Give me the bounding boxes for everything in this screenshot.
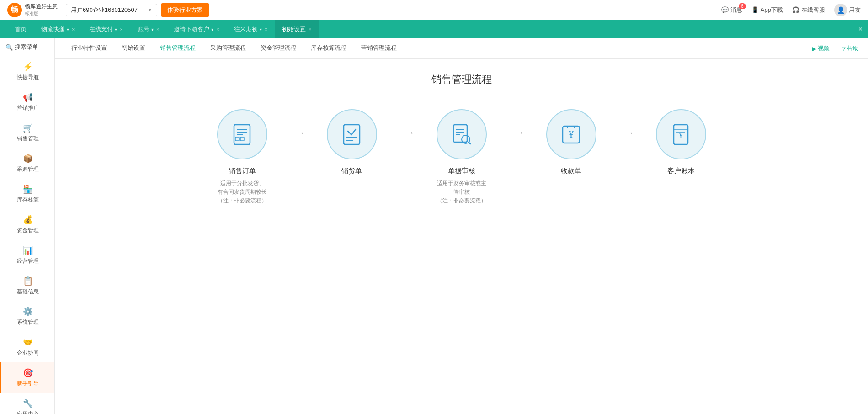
chevron-down-icon: ▾: [151, 27, 154, 32]
svg-text:¥: ¥: [679, 131, 683, 140]
video-icon: ▶: [812, 45, 816, 52]
nav-tab-payment[interactable]: 在线支付 ▾ ×: [82, 20, 130, 38]
step-name-audit: 单据审核: [448, 167, 475, 175]
nav-tab-initial-setup[interactable]: 初始设置 ×: [275, 20, 319, 38]
nav-tab-period[interactable]: 往来期初 ▾ ×: [227, 20, 275, 38]
flow-arrow-2: - - →: [393, 109, 421, 138]
headset-icon: 🎧: [792, 6, 799, 13]
flow-arrow-3: - - →: [503, 109, 530, 138]
svg-rect-5: [240, 137, 244, 141]
nav-tab-logistics[interactable]: 物流快递 ▾ ×: [34, 20, 82, 38]
inventory-icon: 🏪: [23, 184, 33, 194]
newbie-icon: 🎯: [23, 368, 33, 378]
sub-tabs-actions: ▶ 视频 | ? 帮助: [812, 44, 859, 53]
sidebar-item-inventory[interactable]: 🏪 库存核算: [0, 179, 54, 209]
user-selector[interactable]: 用户690企业1660120507 ▼: [66, 4, 157, 16]
system-icon: ⚙️: [23, 307, 33, 317]
chevron-down-icon: ▾: [67, 27, 69, 32]
step-name-sales-invoice: 销货单: [341, 167, 362, 175]
search-icon: 🔍: [5, 44, 13, 51]
message-button[interactable]: 💬 消息 6: [721, 6, 742, 14]
step-name-ledger: 客户账本: [667, 167, 695, 175]
sub-tab-industry[interactable]: 行业特性设置: [64, 38, 114, 58]
logo-area: 畅 畅库通好生意 标准版: [7, 3, 62, 17]
sub-tab-inventory-flow[interactable]: 库存核算流程: [304, 38, 354, 58]
purchase-icon: 📦: [23, 154, 33, 164]
tab-close-icon[interactable]: ×: [216, 27, 219, 32]
avatar: 👤: [834, 4, 847, 16]
step-name-receipt: 收款单: [561, 167, 581, 175]
flow-step-ledger[interactable]: ¥ 客户账本: [640, 109, 722, 179]
help-link[interactable]: ? 帮助: [842, 44, 859, 53]
sidebar-item-finance[interactable]: 💰 资金管理: [0, 209, 54, 240]
logo-icon: 畅: [7, 3, 22, 17]
nav-tab-account[interactable]: 账号 ▾ ×: [130, 20, 166, 38]
sub-tab-sales-flow[interactable]: 销售管理流程: [153, 38, 203, 58]
message-icon: 💬: [721, 6, 729, 13]
sidebar-item-enterprise[interactable]: 🤝 企业协同: [0, 332, 54, 362]
sidebar-item-quick-nav[interactable]: ⚡ 快捷导航: [0, 56, 54, 87]
sub-tab-initial[interactable]: 初始设置: [114, 38, 153, 58]
sidebar-item-basic-info[interactable]: 📋 基础信息: [0, 271, 54, 301]
message-badge: 6: [739, 3, 746, 9]
help-icon: ?: [842, 45, 846, 52]
flow-circle-ledger: ¥: [656, 109, 706, 159]
flow-content: 销售管理流程 销售订单 适用于: [55, 59, 868, 414]
header-left: 畅 畅库通好生意 标准版 用户690企业1660120507 ▼ 体验行业方案: [7, 3, 209, 17]
svg-rect-9: [453, 125, 467, 142]
logo-text: 畅库通好生意 标准版: [25, 3, 58, 16]
header-right: 💬 消息 6 📱 App下载 🎧 在线客服 👤 用友: [721, 4, 861, 16]
sub-tab-purchase-flow[interactable]: 采购管理流程: [203, 38, 253, 58]
marketing-icon: 📢: [23, 92, 33, 102]
basic-info-icon: 📋: [23, 276, 33, 286]
sub-tab-finance-flow[interactable]: 资金管理流程: [253, 38, 304, 58]
flow-step-sales-invoice[interactable]: 销货单: [311, 109, 393, 179]
app-download-button[interactable]: 📱 App下载: [751, 6, 783, 14]
tab-close-icon[interactable]: ×: [120, 27, 122, 32]
flow-arrow-4: - - →: [612, 109, 640, 138]
flow-circle-sales-order: [217, 109, 267, 159]
experience-button[interactable]: 体验行业方案: [161, 3, 209, 17]
video-link[interactable]: ▶ 视频: [812, 44, 830, 53]
nav-close-button[interactable]: ×: [858, 25, 863, 33]
phone-icon: 📱: [751, 6, 759, 13]
chevron-down-icon: ▼: [148, 7, 152, 12]
online-service-button[interactable]: 🎧 在线客服: [792, 6, 825, 14]
tab-close-icon[interactable]: ×: [156, 27, 159, 32]
chevron-down-icon: ▾: [115, 27, 117, 32]
step-desc-sales-order: 适用于分批发货、有合同发货周期较长（注：非必要流程）: [218, 179, 267, 206]
flow-step-receipt[interactable]: ¥ 收款单: [530, 109, 612, 179]
flow-title: 销售管理流程: [73, 73, 850, 86]
chevron-down-icon: ▾: [260, 27, 262, 32]
top-header: 畅 畅库通好生意 标准版 用户690企业1660120507 ▼ 体验行业方案 …: [0, 0, 868, 20]
sidebar-item-marketing[interactable]: 📢 营销推广: [0, 87, 54, 117]
sub-tab-marketing-flow[interactable]: 营销管理流程: [354, 38, 404, 58]
sidebar-item-operation[interactable]: 📊 经营管理: [0, 240, 54, 271]
flow-step-audit[interactable]: 单据审核 适用于财务审核或主管审核（注：非必要流程）: [421, 109, 503, 206]
nav-tab-home[interactable]: 首页: [7, 20, 34, 38]
sidebar-item-app-center[interactable]: 🔧 应用中心: [0, 393, 54, 414]
nav-tab-invite[interactable]: 邀请下游客户 ▾ ×: [166, 20, 226, 38]
tab-close-icon[interactable]: ×: [265, 27, 267, 32]
enterprise-icon: 🤝: [23, 337, 33, 347]
tab-close-icon[interactable]: ×: [309, 27, 311, 32]
flow-step-sales-order[interactable]: 销售订单 适用于分批发货、有合同发货周期较长（注：非必要流程）: [201, 109, 283, 206]
sidebar: 🔍 搜索菜单 ⚡ 快捷导航 📢 营销推广 🛒 销售管理 📦 采购管理 🏪 库存核…: [0, 38, 55, 414]
content-area: 行业特性设置 初始设置 销售管理流程 采购管理流程 资金管理流程 库存核算流程 …: [55, 38, 868, 414]
flow-circle-receipt: ¥: [546, 109, 596, 159]
sales-icon: 🛒: [23, 123, 33, 133]
svg-text:¥: ¥: [569, 128, 574, 140]
flow-circle-audit: [437, 109, 487, 159]
svg-rect-4: [235, 137, 239, 141]
flow-diagram: 销售订单 适用于分批发货、有合同发货周期较长（注：非必要流程） - - →: [73, 109, 850, 206]
sidebar-item-sales[interactable]: 🛒 销售管理: [0, 117, 54, 148]
search-menu[interactable]: 🔍 搜索菜单: [0, 38, 54, 56]
sidebar-item-newbie[interactable]: 🎯 新手引导: [0, 362, 54, 393]
operation-icon: 📊: [23, 245, 33, 255]
step-name-sales-order: 销售订单: [229, 167, 256, 175]
sidebar-item-system[interactable]: ⚙️ 系统管理: [0, 301, 54, 332]
tab-close-icon[interactable]: ×: [72, 27, 75, 32]
step-desc-audit: 适用于财务审核或主管审核（注：非必要流程）: [437, 179, 486, 206]
user-menu[interactable]: 👤 用友: [834, 4, 861, 16]
sidebar-item-purchase[interactable]: 📦 采购管理: [0, 148, 54, 179]
